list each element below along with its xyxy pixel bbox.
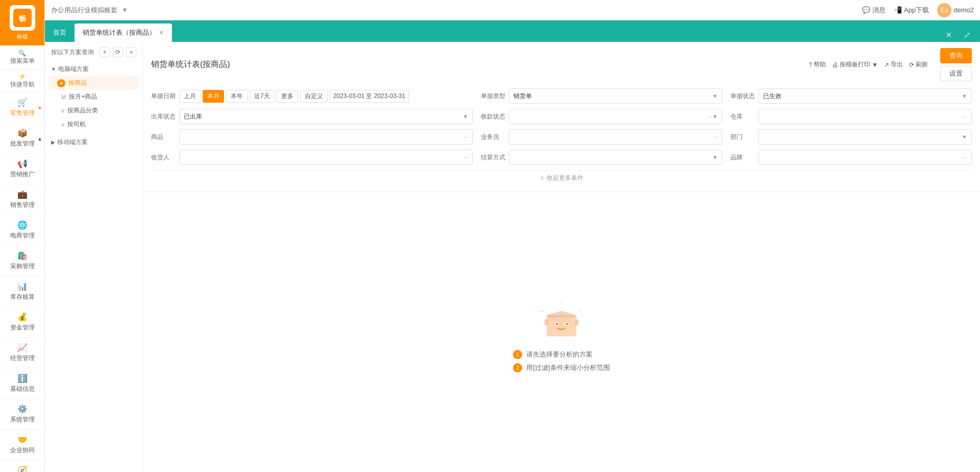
sidebar-item-wholesale[interactable]: 📦 批发管理 ▲ — [0, 123, 44, 154]
out-status-control[interactable]: 已出库 ▼ — [179, 109, 473, 124]
username-label: demo2 — [953, 6, 974, 14]
payment-control[interactable]: ▼ — [509, 150, 722, 165]
app-logo[interactable]: 畅 标版 — [0, 0, 44, 45]
empty-tip-1: 1 请先选择要分析的方案 — [513, 350, 609, 359]
tabbar: 首页 销货单统计表（按商品） ✕ ✕ ⤢ — [45, 20, 980, 42]
department-label: 部门 — [730, 133, 758, 141]
help-btn[interactable]: ? 帮助 — [808, 48, 826, 81]
doc-status-dropdown-icon: ▼ — [962, 93, 967, 99]
refresh-scheme-btn[interactable]: ⟳ — [113, 47, 123, 57]
add-scheme-btn[interactable]: + — [100, 47, 110, 57]
date-btn-more[interactable]: 更多 — [277, 90, 298, 103]
collapse-panel-btn[interactable]: « — [126, 47, 136, 57]
marketing-label: 营销推广 — [10, 170, 35, 179]
sidebar-item-guide[interactable]: 🧭 新手引导 — [0, 460, 44, 472]
mobile-scheme-header[interactable]: ▶ 移动端方案 — [49, 135, 138, 149]
payment-dropdown-icon: ▼ — [712, 154, 718, 160]
sub-item-label-2: 按商品分类 — [67, 106, 98, 115]
panel-right: 销货单统计表(按商品) ? 帮助 🖨 按模板打印 ▼ ↗ — [143, 42, 980, 472]
empty-illustration: ✦ ✦ ✦ — [536, 292, 587, 343]
sidebar-item-ecommerce[interactable]: 🌐 电商管理 — [0, 215, 44, 246]
sidebar-item-enterprise[interactable]: 🤝 企业协同 — [0, 430, 44, 460]
empty-tip-2: 2 用[过滤]条件来缩小分析范围 — [513, 363, 609, 372]
purchase-label: 采购管理 — [10, 262, 35, 271]
date-btn-7days[interactable]: 近7天 — [250, 90, 275, 103]
department-control[interactable]: ▼ — [758, 129, 972, 145]
inventory-label: 库存核算 — [10, 293, 35, 301]
sidebar-item-marketing[interactable]: 📢 营销推广 — [0, 154, 44, 184]
date-btn-last-month[interactable]: 上月 — [179, 90, 201, 103]
pc-scheme-header[interactable]: ▼ 电脑端方案 — [49, 62, 138, 76]
close-tab-btn[interactable]: ✕ — [941, 28, 955, 42]
app-download-btn[interactable]: 📲 App下载 — [894, 6, 929, 15]
sidebar-item-operation[interactable]: 📈 经营管理 — [0, 338, 44, 368]
svg-text:✦: ✦ — [578, 308, 581, 313]
user-menu[interactable]: Ea demo2 — [937, 3, 974, 17]
wholesale-label: 批发管理 — [10, 139, 35, 148]
panel-left-header: 按以下方案查询 + ⟳ « — [45, 42, 142, 60]
help-icon: ? — [808, 61, 812, 68]
print-dropdown-icon: ▼ — [872, 61, 878, 68]
template-print-btn[interactable]: 🖨 按模板打印 ▼ — [832, 48, 878, 81]
doc-status-control[interactable]: 已生效 ▼ — [758, 88, 972, 104]
tab-sales-stats[interactable]: 销货单统计表（按商品） ✕ — [75, 23, 172, 42]
ecommerce-label: 电商管理 — [10, 231, 35, 240]
refresh-icon: ⟳ — [909, 61, 914, 68]
goods-control[interactable]: ··· — [179, 129, 473, 145]
scheme-sub-item-by-month[interactable]: M 按月+商品 — [49, 90, 138, 104]
date-range-input[interactable]: 2023-03-01 至 2023-03-31 — [330, 90, 409, 103]
operation-label: 经营管理 — [10, 354, 35, 363]
sidebar-item-basic[interactable]: ℹ️ 基础信息 — [0, 368, 44, 399]
sidebar-item-purchase[interactable]: 🛍️ 采购管理 — [0, 246, 44, 276]
maximize-btn[interactable]: ⤢ — [960, 28, 974, 42]
export-btn[interactable]: ↗ 导出 — [884, 48, 903, 81]
doc-type-control[interactable]: 销货单 ▼ — [509, 88, 722, 104]
tip-num-2: 2 — [513, 363, 522, 372]
filter-row-1: 单据日期 上月 本月 本年 近7天 更多 自定义 2023-03-01 至 20… — [151, 88, 972, 104]
sidebar-item-finance[interactable]: 💰 资金管理 — [0, 307, 44, 338]
panel-left-actions: + ⟳ « — [100, 47, 136, 57]
warehouse-label: 仓库 — [730, 112, 758, 121]
warehouse-control[interactable]: ··· — [758, 109, 972, 124]
collect-status-control[interactable]: ··· ▼ — [509, 109, 722, 124]
msg-btn[interactable]: 💬 消息 — [862, 6, 886, 15]
svg-point-7 — [566, 323, 568, 325]
wholesale-icon: 📦 — [17, 128, 28, 138]
date-btn-current-month[interactable]: 本月 — [203, 90, 224, 103]
enterprise-label: 企业协同 — [10, 446, 35, 455]
finance-icon: 💰 — [17, 312, 28, 322]
quick-nav-btn[interactable]: ⚡ 快捷导航 — [0, 70, 44, 92]
date-btn-custom[interactable]: 自定义 — [300, 90, 328, 103]
sidebar-item-system[interactable]: ⚙️ 系统管理 — [0, 399, 44, 430]
refresh-btn[interactable]: ⟳ 刷新 — [909, 48, 928, 81]
sidebar-item-retail[interactable]: 🛒 零售管理 ▼ — [0, 92, 44, 123]
basic-icon: ℹ️ — [17, 373, 28, 383]
receiver-control[interactable]: ··· — [179, 150, 473, 165]
query-btn[interactable]: 查询 — [940, 48, 972, 63]
scheme-item-by-goods[interactable]: ● 按商品 — [49, 76, 138, 90]
tab-home[interactable]: 首页 — [45, 23, 75, 42]
mobile-scheme-section: ▶ 移动端方案 — [45, 133, 142, 151]
finance-label: 资金管理 — [10, 323, 35, 332]
svg-point-6 — [556, 323, 558, 325]
tab-close-icon[interactable]: ✕ — [159, 30, 164, 36]
sidebar-item-inventory[interactable]: 📊 库存核算 — [0, 276, 44, 307]
search-menu-btn[interactable]: 🔍 搜索菜单 — [0, 45, 44, 70]
date-btn-current-year[interactable]: 本年 — [226, 90, 248, 103]
settings-btn[interactable]: 设置 — [940, 66, 972, 81]
filter-area: 销货单统计表(按商品) ? 帮助 🖨 按模板打印 ▼ ↗ — [143, 42, 980, 192]
svg-text:✦: ✦ — [559, 301, 562, 305]
scheme-sub-item-by-printer[interactable]: ≡ 按司机 — [49, 117, 138, 131]
scheme-sub-item-by-category[interactable]: ≡ 按商品分类 — [49, 104, 138, 117]
sidebar-item-sales[interactable]: 💼 销售管理 — [0, 184, 44, 215]
scheme-item-label: 按商品 — [68, 79, 87, 87]
salesperson-control[interactable]: ··· — [509, 129, 722, 145]
brand-control[interactable]: ··· — [758, 150, 972, 165]
industry-dropdown-icon[interactable]: ▼ — [121, 6, 128, 14]
filter-field-doc-type: 单据类型 销货单 ▼ — [473, 88, 722, 104]
template-print-label: 按模板打印 — [840, 60, 870, 69]
guide-icon: 🧭 — [17, 465, 28, 472]
sub-item-label-3: 按司机 — [67, 120, 86, 129]
collapse-conditions-btn[interactable]: ∧ 收起更多条件 — [151, 170, 972, 185]
help-label: 帮助 — [814, 60, 826, 69]
